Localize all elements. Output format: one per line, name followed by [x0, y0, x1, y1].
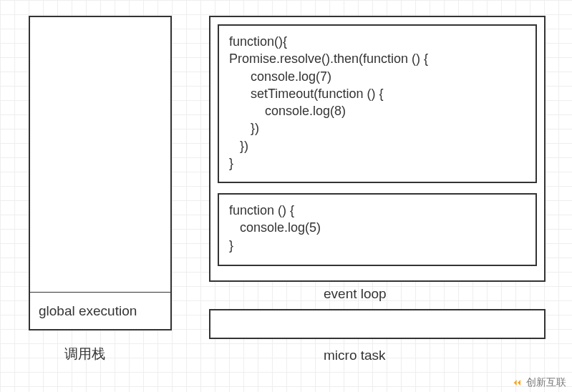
global-execution-label: global execution: [39, 303, 137, 319]
microtask-callback-code-1: function(){ Promise.resolve().then(funct…: [218, 24, 537, 183]
microtask-callback-code-2: function () { console.log(5) }: [218, 193, 537, 266]
micro-task-caption: micro task: [324, 348, 386, 363]
call-stack-container: global execution: [29, 16, 172, 330]
watermark-text: 创新互联: [526, 376, 566, 389]
watermark: 创新互联: [512, 376, 566, 389]
event-loop-container: function(){ Promise.resolve().then(funct…: [209, 16, 546, 282]
event-loop-caption: event loop: [324, 286, 387, 302]
micro-task-queue-box: [209, 309, 546, 339]
call-stack-global-frame: global execution: [30, 292, 170, 329]
call-stack-caption: 调用栈: [64, 345, 105, 363]
call-stack-body: [30, 17, 170, 292]
watermark-logo-icon: [512, 377, 523, 388]
